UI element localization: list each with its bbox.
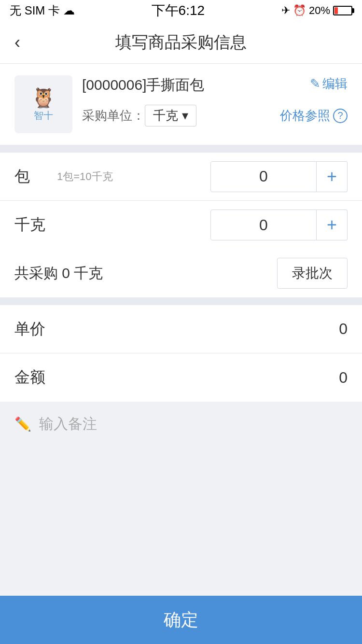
edit-button[interactable]: ✎ 编辑: [310, 75, 348, 92]
info-icon: ?: [333, 109, 348, 123]
amount-value: 0: [339, 369, 348, 387]
amount-label: 金额: [14, 367, 45, 388]
price-ref-label: 价格参照: [280, 107, 330, 124]
bag-plus-button[interactable]: +: [317, 161, 348, 192]
batch-button[interactable]: 录批次: [277, 258, 348, 289]
status-right: ✈ ⏰ 20%: [281, 4, 352, 17]
kg-plus-button[interactable]: +: [317, 210, 348, 240]
back-button[interactable]: ‹: [14, 32, 20, 53]
bag-input-row: 包 1包=10千克 +: [0, 153, 362, 201]
pencil-icon: ✏️: [14, 416, 31, 432]
divider-2: [0, 297, 362, 305]
edit-icon: ✎: [310, 76, 320, 91]
alarm-icon: ⏰: [293, 4, 306, 17]
unit-price-row: 单价 0: [0, 305, 362, 353]
unit-select[interactable]: 千克 ▾: [145, 105, 196, 126]
nav-bar: ‹ 填写商品采购信息: [0, 21, 362, 64]
battery-icon: [333, 6, 352, 15]
status-bar: 无 SIM 卡 ☁ 下午6:12 ✈ ⏰ 20%: [0, 0, 362, 21]
confirm-button[interactable]: 确定: [0, 596, 362, 644]
kg-input[interactable]: [210, 210, 317, 240]
product-info: [0000006]手撕面包 ✎ 编辑 采购单位： 千克 ▾ 价格参照 ?: [82, 75, 348, 126]
unit-label: 采购单位：: [82, 107, 145, 124]
divider-1: [0, 145, 362, 153]
notes-section[interactable]: ✏️ 输入备注: [0, 402, 362, 447]
bag-label: 包: [14, 166, 53, 187]
input-section: 包 1包=10千克 + 千克 +: [0, 153, 362, 249]
price-ref-button[interactable]: 价格参照 ?: [280, 107, 348, 124]
product-name: [0000006]手撕面包: [82, 75, 204, 95]
price-section: 单价 0 金额 0: [0, 305, 362, 402]
amount-row: 金额 0: [0, 353, 362, 402]
unit-price-value: 0: [339, 320, 348, 338]
summary-text: 共采购 0 千克: [14, 264, 103, 283]
empty-space: [0, 447, 362, 591]
kg-input-group: +: [210, 210, 348, 240]
notes-placeholder: 输入备注: [39, 414, 97, 434]
navigation-icon: ✈: [281, 4, 290, 17]
battery-percent: 20%: [309, 4, 330, 17]
product-header: [0000006]手撕面包 ✎ 编辑: [82, 75, 348, 95]
kg-input-row: 千克 +: [0, 201, 362, 249]
product-section: 🦉 智十 [0000006]手撕面包 ✎ 编辑 采购单位： 千克 ▾: [0, 64, 362, 145]
bag-input-group: +: [210, 161, 348, 192]
bag-sublabel: 1包=10千克: [57, 169, 113, 184]
brand-text: 智十: [34, 109, 53, 122]
page-title: 填写商品采购信息: [115, 31, 247, 54]
status-time: 下午6:12: [152, 1, 205, 20]
product-image: 🦉 智十: [14, 75, 72, 133]
product-logo-icon: 🦉: [31, 86, 56, 109]
kg-label: 千克: [14, 214, 53, 236]
bag-input[interactable]: [210, 161, 317, 192]
sim-label: 无 SIM 卡 ☁: [10, 3, 75, 18]
unit-value: 千克: [153, 107, 178, 124]
edit-label: 编辑: [322, 75, 348, 92]
summary-row: 共采购 0 千克 录批次: [0, 249, 362, 297]
product-unit-row: 采购单位： 千克 ▾ 价格参照 ?: [82, 105, 348, 126]
status-left: 无 SIM 卡 ☁: [10, 3, 75, 18]
unit-price-label: 单价: [14, 319, 45, 340]
dropdown-icon: ▾: [182, 108, 188, 123]
confirm-label: 确定: [164, 608, 198, 632]
